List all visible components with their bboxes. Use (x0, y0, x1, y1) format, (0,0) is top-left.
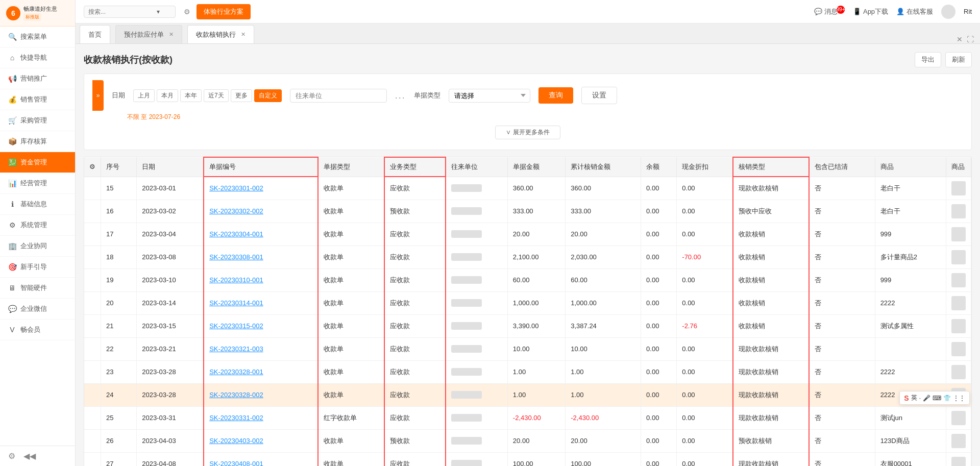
expand-conditions-btn[interactable]: ∨ 展开更多条件 (495, 126, 560, 139)
filter-this-month-btn[interactable]: 本月 (157, 89, 178, 102)
table-row[interactable]: 182023-03-08SK-20230308-001收款单应收款██████2… (84, 246, 971, 268)
cell-include-settled: 否 (809, 177, 875, 200)
filter-more-btn[interactable]: 更多 (231, 89, 252, 102)
query-button[interactable]: 查询 (538, 87, 573, 104)
notification-item[interactable]: 💬 消息 99+ (814, 7, 845, 16)
cell-bill-no[interactable]: SK-20230304-001 (204, 223, 318, 246)
settings-button[interactable]: 设置 (581, 87, 617, 104)
cell-bill-no[interactable]: SK-20230331-002 (204, 406, 318, 429)
table-row[interactable]: 172023-03-04SK-20230304-001收款单应收款██████2… (84, 223, 971, 246)
table-row[interactable]: 222023-03-21SK-20230321-003收款单应收款██████1… (84, 337, 971, 360)
cell-bill-amount: 10.00 (507, 337, 565, 360)
topbar-search-input[interactable] (88, 8, 155, 15)
cell-biz-type: 应收款 (384, 177, 445, 200)
cell-checkbox[interactable] (84, 452, 101, 466)
sidebar-item-marketing[interactable]: 📢 营销推广 (0, 68, 75, 89)
cell-no: 25 (101, 406, 137, 429)
counterparty-input[interactable] (290, 89, 387, 103)
table-row[interactable]: 212023-03-15SK-20230315-002收款单应收款██████3… (84, 314, 971, 337)
sidebar-item-member[interactable]: V 畅会员 (0, 320, 75, 340)
cell-product: 老白干 (875, 177, 946, 200)
cell-bill-no[interactable]: SK-20230328-002 (204, 383, 318, 406)
tab-collection[interactable]: 收款核销执行 ✕ (187, 25, 254, 43)
table-row[interactable]: 202023-03-14SK-20230314-001收款单应收款██████1… (84, 291, 971, 314)
logo-name: 畅康道好生意 (23, 5, 57, 12)
sidebar-item-operation[interactable]: 📊 经营管理 (0, 173, 75, 194)
cell-bill-no[interactable]: SK-20230321-003 (204, 337, 318, 360)
table-row[interactable]: 252023-03-31SK-20230331-002红字收款单应收款█████… (84, 406, 971, 429)
tab-collection-close-icon[interactable]: ✕ (241, 31, 246, 38)
cell-checkbox[interactable] (84, 200, 101, 223)
tab-home[interactable]: 首页 (80, 25, 110, 43)
table-row[interactable]: 232023-03-28SK-20230328-001收款单应收款██████1… (84, 360, 971, 383)
page-content: 收款核销执行(按收款) 导出 刷新 » 日期 上月 本月 本年 近7天 更多 自… (76, 44, 980, 466)
cell-bill-no[interactable]: SK-20230301-002 (204, 177, 318, 200)
cell-checkbox[interactable] (84, 406, 101, 429)
table-row[interactable]: 272023-04-08SK-20230408-001收款单应收款██████1… (84, 452, 971, 466)
bill-type-select[interactable]: 请选择 (449, 89, 530, 103)
filter-this-year-btn[interactable]: 本年 (180, 89, 202, 102)
app-download-item[interactable]: 📱 App下载 (853, 7, 888, 16)
table-row[interactable]: 192023-03-10SK-20230310-001收款单应收款██████6… (84, 268, 971, 291)
sidebar-item-inventory[interactable]: 📦 库存核算 (0, 131, 75, 152)
cell-checkbox[interactable] (84, 337, 101, 360)
th-settings[interactable]: ⚙ (84, 157, 101, 177)
refresh-button[interactable]: 刷新 (945, 52, 972, 67)
cell-checkbox[interactable] (84, 291, 101, 314)
cell-bill-no[interactable]: SK-20230315-002 (204, 314, 318, 337)
topbar-dropdown-icon[interactable]: ▾ (157, 8, 160, 15)
cell-checkbox[interactable] (84, 246, 101, 268)
cell-checkbox[interactable] (84, 177, 101, 200)
topbar-gear-icon[interactable]: ⚙ (184, 8, 190, 16)
filter-custom-btn[interactable]: 自定义 (254, 89, 282, 102)
sidebar-settings-icon[interactable]: ⚙ (8, 451, 15, 461)
sidebar-collapse-icon[interactable]: ◀◀ (23, 451, 36, 461)
cell-date: 2023-03-21 (137, 337, 204, 360)
tab-window-close-icon[interactable]: ✕ (957, 35, 963, 43)
cell-checkbox[interactable] (84, 429, 101, 452)
cell-bill-no[interactable]: SK-20230408-001 (204, 452, 318, 466)
cell-checkbox[interactable] (84, 268, 101, 291)
sidebar-item-search[interactable]: 🔍 搜索菜单 (0, 27, 75, 47)
sidebar-item-hardware[interactable]: 🖥 智能硬件 (0, 278, 75, 299)
tab-prepay-close-icon[interactable]: ✕ (169, 31, 174, 38)
sidebar-item-finance[interactable]: 💹 资金管理 (0, 152, 75, 173)
cell-checkbox[interactable] (84, 314, 101, 337)
cell-checkbox[interactable] (84, 223, 101, 246)
sidebar-item-guide[interactable]: 🎯 新手引导 (0, 257, 75, 278)
cell-checkbox[interactable] (84, 383, 101, 406)
tab-prepay[interactable]: 预付款应付单 ✕ (115, 25, 182, 43)
sidebar-item-wechat[interactable]: 💬 企业微信 (0, 299, 75, 320)
sidebar-item-sales[interactable]: 💰 销售管理 (0, 89, 75, 110)
export-button[interactable]: 导出 (915, 52, 941, 67)
table-row[interactable]: 262023-04-03SK-20230403-002收款单预收款██████2… (84, 429, 971, 452)
online-service-item[interactable]: 👤 在线客服 (896, 7, 933, 16)
sidebar-item-quick[interactable]: ⌂ 快捷导航 (0, 47, 75, 68)
cell-bill-no[interactable]: SK-20230328-001 (204, 360, 318, 383)
sidebar-item-enterprise[interactable]: 🏢 企业协同 (0, 236, 75, 257)
cell-bill-no[interactable]: SK-20230314-001 (204, 291, 318, 314)
cell-product-img (946, 177, 971, 200)
sidebar-item-basic[interactable]: ℹ 基础信息 (0, 194, 75, 215)
sidebar-item-purchase[interactable]: 🛒 采购管理 (0, 110, 75, 131)
cell-bill-type: 收款单 (318, 223, 384, 246)
user-avatar[interactable] (941, 5, 955, 19)
filter-last-month-btn[interactable]: 上月 (133, 89, 155, 102)
tab-maximize-icon[interactable]: ⛶ (967, 35, 974, 43)
cell-checkbox[interactable] (84, 360, 101, 383)
cell-date: 2023-03-28 (137, 383, 204, 406)
sidebar-item-system[interactable]: ⚙ 系统管理 (0, 215, 75, 236)
filter-expand-arrow[interactable]: » (92, 80, 104, 111)
table-row[interactable]: 152023-03-01SK-20230301-002收款单应收款██████3… (84, 177, 971, 200)
data-table-wrap: ⚙ 序号 日期 单据编号 单据类型 业务类型 往来单位 单据金额 累计核销金额 … (84, 156, 972, 466)
cell-bill-no[interactable]: SK-20230308-001 (204, 246, 318, 268)
th-bill-amount: 单据金额 (507, 157, 565, 177)
cell-bill-no[interactable]: SK-20230302-002 (204, 200, 318, 223)
cell-bill-no[interactable]: SK-20230403-002 (204, 429, 318, 452)
cell-bill-no[interactable]: SK-20230310-001 (204, 268, 318, 291)
table-row[interactable]: 242023-03-28SK-20230328-002收款单应收款██████1… (84, 383, 971, 406)
filter-7days-btn[interactable]: 近7天 (204, 89, 229, 102)
table-row[interactable]: 162023-03-02SK-20230302-002收款单预收款██████3… (84, 200, 971, 223)
table-scroll[interactable]: ⚙ 序号 日期 单据编号 单据类型 业务类型 往来单位 单据金额 累计核销金额 … (84, 157, 971, 466)
industry-solution-button[interactable]: 体验行业方案 (197, 4, 251, 19)
